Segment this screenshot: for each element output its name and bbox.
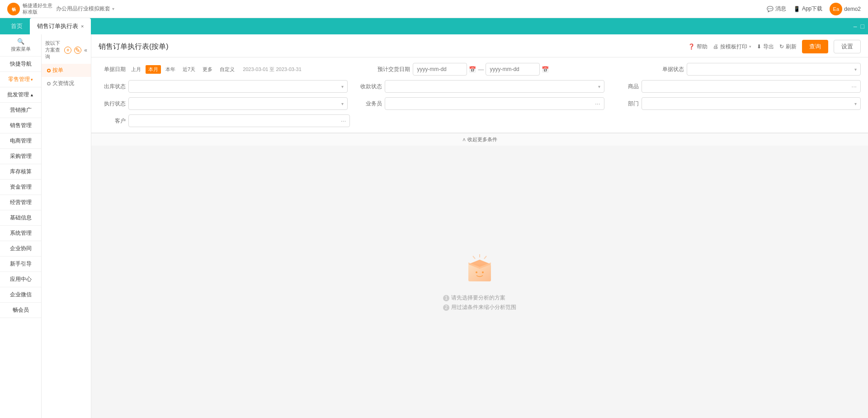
edit-scheme-icon[interactable]: ✎ (74, 47, 81, 54)
main-layout: 🔍 搜索菜单 快捷导航 零售管理 ▾ 批发管理 ▲ 营销推广 销售管理 电商管理… (0, 34, 868, 418)
empty-state-illustration (462, 251, 498, 287)
export-button[interactable]: ⬇ 导出 (757, 43, 774, 51)
print-button[interactable]: 🖨 按模板打印 ▾ (713, 43, 751, 51)
goods-select[interactable]: ··· (642, 80, 861, 93)
date-filter-control: 上月 本月 本年 近7天 更多 自定义 2023-03-01 至 2023-03… (128, 65, 302, 74)
goods-more-icon[interactable]: ··· (851, 83, 857, 90)
sidebar-item-inventory[interactable]: 库存核算 (0, 164, 41, 180)
scheme-dot (47, 82, 51, 86)
app-download-button[interactable]: 📱 App下载 (793, 5, 822, 13)
sidebar-item-operations[interactable]: 经营管理 (0, 195, 41, 210)
dept-select[interactable]: ▾ (642, 97, 861, 110)
sidebar-item-sales[interactable]: 销售管理 (0, 118, 41, 133)
date-tab-custom[interactable]: 自定义 (217, 65, 237, 74)
collapse-panel-icon[interactable]: « (84, 47, 87, 53)
expected-date-inputs: 📅 — 📅 (413, 63, 549, 76)
window-minimize-icon[interactable]: – (854, 23, 857, 30)
doc-status-select[interactable]: ▾ (687, 63, 861, 76)
sidebar-item-basicinfo[interactable]: 基础信息 (0, 210, 41, 226)
filter-row-4: 客户 ··· (99, 114, 861, 127)
page-header: 销售订单执行表(按单) ❓ 帮助 🖨 按模板打印 ▾ ⬇ (91, 34, 868, 57)
calendar-from-icon[interactable]: 📅 (469, 66, 476, 73)
sidebar-item-wechat[interactable]: 企业微信 (0, 287, 41, 303)
page-inner: 按以下方案查询 + ✎ « 按单 欠资情况 (42, 34, 868, 418)
scheme-item-debt[interactable]: 欠资情况 (42, 77, 91, 90)
collect-status-label: 收款状态 (355, 83, 382, 90)
page-title: 销售订单执行表(按单) (99, 42, 169, 52)
message-icon: 💬 (767, 6, 774, 12)
help-button[interactable]: ❓ 帮助 (688, 43, 708, 51)
breadcrumb[interactable]: 办公用品行业模拟账套 ▾ (56, 5, 114, 13)
date-tab-7days[interactable]: 近7天 (180, 65, 198, 74)
window-maximize-icon[interactable]: □ (861, 23, 864, 30)
scheme-item-by-order[interactable]: 按单 (42, 64, 91, 77)
app-logo-text: 畅捷通好生意 标准版 (23, 3, 52, 14)
tab-home[interactable]: 首页 (4, 18, 30, 34)
logo-area: 畅 畅捷通好生意 标准版 (7, 3, 52, 15)
tab-close-icon[interactable]: × (81, 24, 84, 29)
sidebar-item-member[interactable]: 畅会员 (0, 303, 41, 318)
top-header: 畅 畅捷通好生意 标准版 办公用品行业模拟账套 ▾ 💬 消息 📱 App下载 E… (0, 0, 868, 18)
doc-status-label: 单据状态 (657, 66, 684, 73)
export-icon: ⬇ (757, 43, 761, 50)
search-icon: 🔍 (17, 38, 24, 45)
filter-dept: 部门 ▾ (612, 97, 861, 110)
expected-date-label: 预计交货日期 (377, 66, 410, 73)
filter-row-2: 出库状态 ▾ 收款状态 ▾ (99, 80, 861, 93)
user-menu[interactable]: Ea demo2 (830, 3, 861, 15)
calendar-to-icon[interactable]: 📅 (542, 66, 549, 73)
date-tab-lastmonth[interactable]: 上月 (128, 65, 144, 74)
search-button[interactable]: 查询 (802, 40, 828, 53)
sidebar-quick-nav[interactable]: 快捷导航 (0, 57, 41, 72)
settings-button[interactable]: 设置 (834, 40, 861, 53)
date-tab-more[interactable]: 更多 (200, 65, 215, 74)
tab-sales-order-execution[interactable]: 销售订单执行表 × (30, 18, 91, 34)
salesperson-label: 业务员 (355, 100, 382, 108)
sidebar-item-finance[interactable]: 资金管理 (0, 180, 41, 195)
filter-area: 单据日期 上月 本月 本年 近7天 更多 自定义 20 (91, 57, 868, 133)
sidebar-item-ecommerce[interactable]: 电商管理 (0, 133, 41, 149)
tab-bar: 首页 销售订单执行表 × – □ (0, 18, 868, 34)
message-button[interactable]: 💬 消息 (767, 5, 786, 13)
collapse-bar[interactable]: ∧ 收起更多条件 (91, 133, 868, 146)
tip-num-1: 1 (443, 295, 449, 301)
empty-tip-1: 1 请先选择要分析的方案 (443, 294, 516, 302)
sidebar-item-purchase[interactable]: 采购管理 (0, 149, 41, 164)
user-avatar: Ea (830, 3, 842, 15)
customer-label: 客户 (99, 117, 126, 125)
sidebar-item-system[interactable]: 系统管理 (0, 226, 41, 241)
left-panel-header: 按以下方案查询 + ✎ « (42, 38, 91, 64)
header-left: 畅 畅捷通好生意 标准版 办公用品行业模拟账套 ▾ (7, 3, 114, 15)
customer-more-icon[interactable]: ··· (341, 117, 346, 124)
chevron-down-icon: ▾ (31, 77, 33, 82)
collect-status-arrow-icon: ▾ (598, 84, 600, 89)
breadcrumb-text: 办公用品行业模拟账套 (56, 5, 110, 13)
sidebar-item-wholesale[interactable]: 批发管理 ▲ (0, 87, 41, 103)
sidebar-item-appcenter[interactable]: 应用中心 (0, 272, 41, 287)
collect-status-select[interactable]: ▾ (385, 80, 604, 93)
expected-date-to-input[interactable] (486, 63, 540, 76)
out-status-select[interactable]: ▾ (128, 80, 348, 93)
out-status-arrow-icon: ▾ (341, 84, 344, 89)
sidebar-item-collab[interactable]: 企业协同 (0, 241, 41, 256)
salesperson-select[interactable]: ··· (385, 97, 604, 110)
sidebar-search[interactable]: 🔍 搜索菜单 (0, 34, 41, 57)
doc-status-arrow-icon: ▾ (854, 67, 857, 72)
sidebar-item-marketing[interactable]: 营销推广 (0, 103, 41, 118)
add-scheme-icon[interactable]: + (64, 47, 71, 54)
refresh-button[interactable]: ↻ 刷新 (779, 43, 797, 51)
empty-tips-list: 1 请先选择要分析的方案 2 用过滤条件来缩小分析范围 (443, 294, 516, 313)
sidebar-item-guide[interactable]: 新手引导 (0, 256, 41, 272)
left-panel: 按以下方案查询 + ✎ « 按单 欠资情况 (42, 34, 91, 418)
date-tab-thisyear[interactable]: 本年 (163, 65, 178, 74)
customer-select[interactable]: ··· (128, 114, 350, 127)
exec-status-select[interactable]: ▾ (128, 97, 348, 110)
filter-row-3: 执行状态 ▾ 业务员 ··· (99, 97, 861, 110)
expected-date-from-input[interactable] (413, 63, 467, 76)
left-panel-icons: + ✎ « (64, 47, 87, 54)
date-range-display: 2023-03-01 至 2023-03-31 (243, 66, 302, 73)
date-tab-thismonth[interactable]: 本月 (146, 65, 161, 74)
sidebar-item-retail[interactable]: 零售管理 ▾ (0, 72, 41, 87)
empty-tip-2: 2 用过滤条件来缩小分析范围 (443, 304, 516, 311)
salesperson-more-icon[interactable]: ··· (595, 100, 600, 107)
